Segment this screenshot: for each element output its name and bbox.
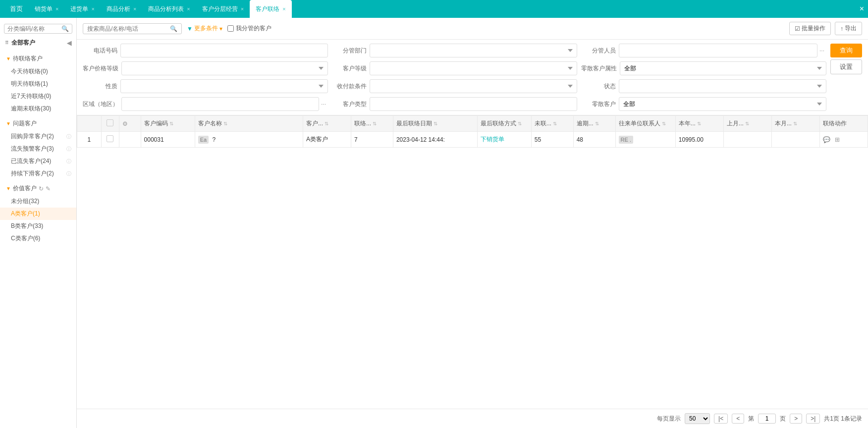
batch-op-btn[interactable]: ☑ 批量操作 [789, 22, 831, 35]
filter-row-2: 客户价格等级 客户等级 零散客户属性 全部 [83, 61, 826, 75]
payment-select[interactable] [370, 79, 577, 93]
sidebar-item-b-class[interactable]: B类客户(33) [0, 220, 76, 232]
th-method[interactable]: 最后联络方式 ⇅ [477, 116, 531, 132]
retail-attr-select[interactable]: 全部 [620, 61, 826, 75]
th-overdue[interactable]: 逾期... ⇅ [573, 116, 615, 132]
customer-grade-select[interactable] [370, 61, 577, 75]
phone-input[interactable] [120, 44, 328, 57]
settings-btn[interactable]: 设置 [830, 59, 862, 74]
th-name[interactable]: 客户名称 ⇅ [195, 116, 303, 132]
nav-customer-contact[interactable]: 客户联络 × [250, 0, 291, 18]
nav-goods-analysis-close[interactable]: × [133, 6, 136, 12]
td-lastmonth [723, 132, 771, 148]
sort-thisyear-icon: ⇅ [697, 121, 701, 126]
sidebar-problem-group[interactable]: ▼ 问题客户 [0, 117, 76, 130]
gear-icon[interactable]: ⚙ [122, 120, 128, 127]
sidebar-item-7days[interactable]: 近7天待联络(0) [0, 90, 76, 103]
row-checkbox[interactable] [107, 135, 113, 142]
retail-customer-select[interactable]: 全部 [619, 97, 826, 111]
header-checkbox[interactable] [107, 119, 113, 126]
table-header-row: ⚙ 客户编码 ⇅ 客户名称 ⇅ [77, 116, 868, 132]
th-contact[interactable]: 联络... ⇅ [351, 116, 393, 132]
nav-customer-tier-close[interactable]: × [241, 6, 244, 12]
next-page-btn[interactable]: > [790, 414, 802, 424]
th-thismonth[interactable]: 本月... ⇅ [771, 116, 819, 132]
search-box[interactable]: 🔍 [83, 23, 182, 34]
region-label: 区域（地区） [83, 100, 118, 108]
nav-goods-list-close[interactable]: × [187, 6, 190, 12]
manager-input[interactable] [619, 44, 817, 57]
th-lastmonth[interactable]: 上月... ⇅ [723, 116, 771, 132]
sidebar-value-refresh[interactable]: ↻ [39, 185, 44, 192]
th-check [101, 116, 119, 132]
customer-type-field: 客户类型 [332, 97, 577, 111]
search-input[interactable] [87, 25, 168, 32]
sort-code-icon: ⇅ [169, 121, 173, 126]
customer-type-input[interactable] [370, 97, 577, 111]
td-thismonth [771, 132, 819, 148]
sidebar-item-today[interactable]: 今天待联络(0) [0, 65, 76, 78]
sidebar-item-c-class[interactable]: C类客户(6) [0, 232, 76, 245]
nav-goods-analysis[interactable]: 商品分析 × [101, 0, 142, 18]
status-select[interactable] [619, 79, 826, 93]
th-history[interactable]: 往来单位联系人 ⇅ [615, 116, 675, 132]
nav-sales[interactable]: 销货单 × [29, 0, 64, 18]
dept-select[interactable] [370, 44, 577, 57]
first-page-btn[interactable]: |< [714, 414, 728, 424]
sidebar-item-churned[interactable]: 已流失客户(24) ⓘ [0, 155, 76, 167]
page-size-select[interactable]: 102050100 [685, 413, 710, 424]
info-icon-abnormal: ⓘ [66, 133, 71, 140]
sidebar-all-customers[interactable]: ⠿ 全部客户 ◀ [0, 36, 76, 50]
sidebar-item-a-class[interactable]: A类客户(1) [0, 208, 76, 220]
sort-history-icon: ⇅ [662, 121, 666, 126]
status-label: 状态 [581, 82, 616, 91]
sidebar-value-group[interactable]: ▼ 价值客户 ↻ ✎ [0, 182, 76, 195]
th-date[interactable]: 最后联络日期 ⇅ [393, 116, 477, 132]
sidebar-search-icon[interactable]: 🔍 [61, 25, 69, 32]
search-icon[interactable]: 🔍 [170, 25, 177, 32]
page-input[interactable] [758, 414, 776, 424]
th-thisyear[interactable]: 本年... ⇅ [675, 116, 723, 132]
nav-customer-tier[interactable]: 客户分层经营 × [196, 0, 250, 18]
nav-purchase-close[interactable]: × [91, 6, 94, 12]
nav-customer-contact-close[interactable]: × [282, 6, 285, 12]
action-grid-icon[interactable]: ⊞ [835, 136, 840, 143]
filter-with-buttons: 电话号码 分管部门 分管人员 ··· [83, 44, 862, 111]
advanced-filter: 电话号码 分管部门 分管人员 ··· [77, 40, 868, 115]
more-filter-btn[interactable]: ▼ 更多条件 ▾ [187, 24, 222, 33]
sidebar-search-box[interactable]: 🔍 [4, 24, 72, 34]
nav-goods-list[interactable]: 商品分析列表 × [142, 0, 196, 18]
th-unlinked[interactable]: 未联... ⇅ [531, 116, 573, 132]
export-btn[interactable]: ↑ 导出 [835, 22, 862, 35]
sidebar-item-overdue[interactable]: 逾期未联络(30) [0, 103, 76, 115]
last-page-btn[interactable]: >| [806, 414, 820, 424]
price-grade-select[interactable] [121, 61, 328, 75]
sidebar-item-abnormal[interactable]: 回购异常客户(2) ⓘ [0, 130, 76, 143]
sidebar-item-churn-warning[interactable]: 流失预警客户(3) ⓘ [0, 143, 76, 155]
sidebar-item-tomorrow[interactable]: 明天待联络(1) [0, 78, 76, 90]
sidebar-value-edit[interactable]: ✎ [46, 185, 51, 192]
my-customer-checkbox[interactable] [227, 25, 234, 32]
region-dots-btn[interactable]: ··· [319, 101, 328, 107]
nature-select[interactable] [120, 79, 328, 93]
nav-purchase[interactable]: 进货单 × [64, 0, 100, 18]
prev-page-btn[interactable]: < [732, 414, 744, 424]
th-code[interactable]: 客户编码 ⇅ [141, 116, 195, 132]
filter-row-1: 电话号码 分管部门 分管人员 ··· [83, 44, 826, 57]
name-badge: Ea [198, 136, 209, 144]
query-btn[interactable]: 查询 [830, 44, 862, 57]
sidebar-item-declining[interactable]: 持续下滑客户(2) ⓘ [0, 167, 76, 180]
region-input[interactable] [121, 97, 319, 111]
action-chat-icon[interactable]: 💬 [823, 136, 830, 143]
close-all-tabs[interactable]: × [860, 4, 864, 13]
sidebar-collapse-icon[interactable]: ◀ [67, 40, 71, 47]
nav-sales-close[interactable]: × [55, 6, 58, 12]
method-link[interactable]: 下销货单 [481, 136, 504, 143]
nav-home[interactable]: 首页 [4, 0, 29, 18]
my-customer-checkbox-label[interactable]: 我分管的客户 [227, 24, 271, 33]
sidebar-search-input[interactable] [7, 25, 61, 32]
th-type[interactable]: 客户... ⇅ [303, 116, 351, 132]
sidebar-pending-group[interactable]: ▼ 待联络客户 [0, 52, 76, 65]
manager-dots-btn[interactable]: ··· [817, 47, 826, 54]
sidebar-item-ungrouped[interactable]: 未分组(32) [0, 195, 76, 208]
